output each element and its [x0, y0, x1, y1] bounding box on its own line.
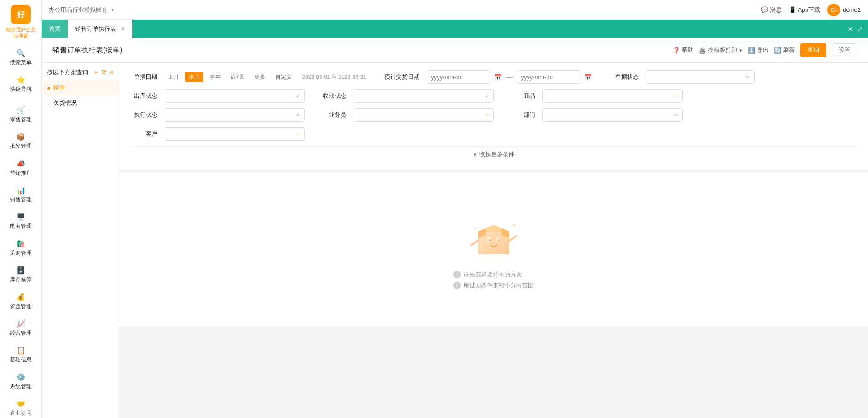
sidebar-item-label: 批发管理 [10, 142, 32, 150]
app-download-button[interactable]: 📱 App下载 [789, 6, 820, 14]
message-button[interactable]: 💬 消息 [761, 6, 782, 14]
empty-tip-1: 1 请先选择要分析的方案 [453, 271, 534, 279]
date-btn-last-month[interactable]: 上月 [165, 72, 183, 82]
sidebar-item-quick-nav[interactable]: ⭐ 快捷导航 [0, 71, 41, 98]
empty-tip-2: 2 用过滤条件来缩小分析范围 [453, 281, 534, 290]
tab-sales-order[interactable]: 销售订单执行表 ✕ [68, 20, 132, 38]
sidebar-logo: 好 畅捷通好生意 标准版 [0, 0, 41, 44]
system-icon: ⚙️ [16, 373, 25, 381]
product-input[interactable]: ··· [542, 89, 683, 103]
dept-select[interactable] [542, 108, 683, 122]
left-panel-header: 按以下方案查询 ＋ ⟳ « [42, 68, 119, 80]
sidebar-item-search-menu[interactable]: 🔍 搜索菜单 [0, 44, 41, 71]
sidebar: 好 畅捷通好生意 标准版 🔍 搜索菜单 ⭐ 快捷导航 🛒 零售管理 📦 批发管理… [0, 0, 42, 418]
sidebar-item-operations[interactable]: 📈 经营管理 [0, 315, 41, 342]
breadcrumb-dropdown-icon[interactable]: ▾ [111, 6, 114, 13]
sidebar-item-wholesale-mgmt[interactable]: 📦 批发管理 [0, 128, 41, 155]
dept-label: 部门 [508, 111, 535, 119]
calendar-icon-end[interactable]: 📅 [585, 74, 592, 81]
breadcrumb-text: 办公用品行业模拟账套 [49, 6, 108, 14]
salesperson-input[interactable]: ··· [354, 108, 494, 122]
settings-button[interactable]: 设置 [832, 43, 857, 57]
sidebar-item-sales-mgmt[interactable]: 📊 销售管理 [0, 181, 41, 208]
refresh-scheme-button[interactable]: ⟳ [102, 68, 107, 76]
svg-point-3 [489, 239, 491, 241]
svg-text:✦: ✦ [512, 222, 516, 228]
status-select-container [646, 70, 755, 84]
sidebar-item-retail-mgmt[interactable]: 🛒 零售管理 [0, 101, 41, 128]
svg-point-4 [498, 239, 500, 241]
sidebar-item-label: 系统管理 [10, 383, 32, 390]
query-button[interactable]: 查询 [800, 43, 826, 57]
sidebar-item-system[interactable]: ⚙️ 系统管理 [0, 368, 41, 395]
sidebar-item-enterprise[interactable]: 🤝 企业协同 [0, 395, 41, 418]
filter-row-date: 单据日期 上月 本月 本年 近7天 更多 自定义 2023-03-01 至 20… [130, 70, 857, 84]
empty-tips: 1 请先选择要分析的方案 2 用过滤条件来缩小分析范围 [453, 271, 534, 290]
salesperson-label: 业务员 [319, 111, 346, 119]
user-menu-button[interactable]: Ea demo2 [827, 4, 861, 16]
customer-input[interactable]: ··· [165, 127, 305, 141]
ecommerce-icon: 🖥️ [16, 213, 25, 221]
add-scheme-button[interactable]: ＋ [93, 68, 99, 76]
main-area: 办公用品行业模拟账套 ▾ 💬 消息 📱 App下载 Ea demo2 首页 [42, 0, 868, 418]
export-button[interactable]: ⬇️ 导出 [748, 46, 769, 54]
sidebar-item-label: 经营管理 [10, 329, 32, 337]
tab-minimize-button[interactable]: ✕ [847, 25, 853, 33]
svg-line-5 [471, 241, 478, 245]
status-select[interactable] [646, 70, 755, 84]
date-btn-custom[interactable]: 自定义 [272, 72, 295, 82]
date-btn-this-year[interactable]: 本年 [206, 72, 224, 82]
sidebar-item-finance[interactable]: 💰 资金管理 [0, 288, 41, 315]
expected-date-label: 预计交货日期 [384, 73, 420, 81]
sidebar-item-label: 销售管理 [10, 196, 32, 204]
date-range-text: 2023-03-01 至 2023-03-31 [302, 73, 366, 81]
tip2-number: 2 [453, 282, 461, 289]
page-content: 销售订单执行表(按单) ❓ 帮助 🖨️ 按模板打印 ▾ ⬇️ 导出 🔄 刷新 [42, 38, 868, 418]
out-stock-select[interactable] [165, 89, 305, 103]
customer-more-btn[interactable]: ··· [296, 131, 301, 137]
tip2-text: 用过滤条件来缩小分析范围 [463, 281, 534, 290]
marketing-icon: 📣 [16, 159, 25, 168]
out-stock-label: 出库状态 [130, 92, 157, 100]
filter-collapse-button[interactable]: ∧ 收起更多条件 [130, 146, 857, 162]
user-avatar: Ea [827, 4, 840, 16]
date-btn-more[interactable]: 更多 [251, 72, 269, 82]
template-print-button[interactable]: 🖨️ 按模板打印 ▾ [699, 46, 742, 54]
scheme-item-欠货情况[interactable]: ○ 欠货情况 [42, 95, 119, 111]
sidebar-item-purchase-mgmt[interactable]: 🛍️ 采购管理 [0, 235, 41, 261]
tab-bar: 首页 销售订单执行表 ✕ ✕ ⤢ [42, 20, 868, 38]
sidebar-item-marketing[interactable]: 📣 营销推广 [0, 155, 41, 181]
print-dropdown-icon: ▾ [739, 47, 742, 54]
tab-maximize-button[interactable]: ⤢ [857, 25, 863, 33]
scheme-item-label: 按单 [53, 84, 65, 92]
finance-icon: 💰 [16, 293, 25, 301]
scheme-item-icon2: ○ [47, 100, 51, 107]
sidebar-item-ecommerce[interactable]: 🖥️ 电商管理 [0, 208, 41, 235]
exec-select[interactable] [165, 108, 305, 122]
refresh-button[interactable]: 🔄 刷新 [774, 46, 795, 54]
calendar-icon-start[interactable]: 📅 [495, 74, 502, 81]
collapse-panel-button[interactable]: « [110, 68, 113, 76]
sidebar-item-inventory[interactable]: 🗄️ 库存核算 [0, 261, 41, 288]
salesperson-more-btn[interactable]: ··· [485, 112, 490, 118]
expected-date-start-input[interactable] [427, 70, 490, 84]
tip1-text: 请先选择要分析的方案 [463, 271, 522, 279]
tab-close-button[interactable]: ✕ [121, 26, 125, 32]
date-btn-7days[interactable]: 近7天 [227, 72, 248, 82]
receipt-select[interactable] [354, 89, 494, 103]
help-button[interactable]: ❓ 帮助 [673, 46, 693, 54]
filter-row-exec: 执行状态 业务员 ··· 部门 [130, 108, 857, 122]
left-panel: 按以下方案查询 ＋ ⟳ « ● 按单 ○ 欠货情况 [42, 63, 119, 418]
svg-line-6 [509, 236, 516, 241]
scheme-item-按单[interactable]: ● 按单 [42, 80, 119, 95]
date-btn-this-month[interactable]: 本月 [185, 72, 203, 82]
tab-home[interactable]: 首页 [42, 20, 68, 38]
sidebar-item-label: 采购管理 [10, 249, 32, 257]
expected-date-end-input[interactable] [517, 70, 580, 84]
basic-info-icon: 📋 [16, 346, 25, 355]
product-more-btn[interactable]: ··· [674, 93, 679, 99]
sales-order-tab-label: 销售订单执行表 [75, 25, 116, 33]
collapse-icon: ∧ [473, 151, 477, 158]
sidebar-item-basic-info[interactable]: 📋 基础信息 [0, 342, 41, 368]
empty-state: ✦ ✦ 1 请先选择要分析的方案 2 用过滤条件来缩小分析范围 [119, 173, 868, 326]
